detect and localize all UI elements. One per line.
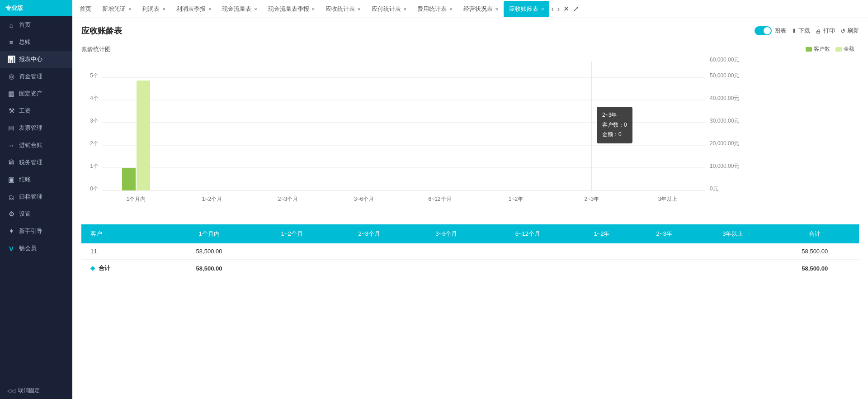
sidebar-pin-toggle[interactable]: ◁◁ 取消固定	[0, 382, 72, 399]
sidebar-item-assets[interactable]: ▦ 固定资产	[0, 85, 72, 102]
sidebar-item-salary[interactable]: ⚒ 工资	[0, 102, 72, 119]
main-area: 首页 新增凭证 × 利润表 × 利润表季报 × 现金流量表 × 现金流量表季报 …	[72, 0, 868, 399]
tab-bar: 首页 新增凭证 × 利润表 × 利润表季报 × 现金流量表 × 现金流量表季报 …	[72, 0, 868, 18]
tab-aging-close[interactable]: ×	[541, 6, 544, 12]
tab-voucher[interactable]: 新增凭证 ×	[97, 1, 137, 17]
cell-m5	[485, 243, 571, 260]
total-m5	[485, 260, 571, 277]
tab-profit[interactable]: 利润表 ×	[137, 1, 170, 17]
svg-text:60,000.00元: 60,000.00元	[710, 57, 739, 63]
sidebar-item-capital[interactable]: ◎ 资金管理	[0, 68, 72, 85]
tab-close-all-button[interactable]: ✕	[561, 5, 571, 13]
table-total-row: ◆ 合计 58,500.00 58,500.00	[81, 260, 859, 277]
refresh-button[interactable]: ↺ 刷新	[840, 27, 859, 35]
page-title: 应收账龄表	[81, 25, 122, 36]
cell-m8	[695, 243, 770, 260]
sidebar-item-ledger[interactable]: ≡ 总账	[0, 33, 72, 51]
sidebar-label-guide: 新手引导	[19, 227, 42, 235]
svg-text:10,000.00元: 10,000.00元	[710, 163, 739, 169]
sidebar-item-tax[interactable]: 🏛 税务管理	[0, 154, 72, 171]
tab-profit-quarterly-close[interactable]: ×	[208, 6, 211, 12]
tab-business-stat-close[interactable]: ×	[495, 6, 498, 12]
cell-total: 58,500.00	[771, 243, 859, 260]
sidebar-label-reports: 报表中心	[19, 55, 42, 63]
sidebar-item-closing[interactable]: ▣ 结账	[0, 171, 72, 188]
sidebar-label-vip: 畅会员	[19, 244, 37, 252]
download-icon: ⬇	[792, 28, 797, 34]
sidebar-item-inventory[interactable]: ↔ 进销台账	[0, 137, 72, 154]
col-m6: 1~2年	[571, 224, 633, 243]
svg-text:2个: 2个	[90, 140, 99, 147]
sidebar-item-guide[interactable]: ✦ 新手引导	[0, 223, 72, 240]
sidebar-item-vip[interactable]: V 畅会员	[0, 240, 72, 257]
vip-icon: V	[7, 245, 15, 252]
assets-icon: ▦	[7, 90, 15, 98]
svg-text:3~6个月: 3~6个月	[354, 196, 374, 202]
sidebar-item-home[interactable]: ⌂ 首页	[0, 16, 72, 33]
tab-aging[interactable]: 应收账龄表 ×	[504, 1, 549, 17]
col-m4: 3~6个月	[408, 224, 485, 243]
tab-profit-close[interactable]: ×	[162, 6, 165, 12]
svg-text:1~2个月: 1~2个月	[202, 196, 222, 202]
pin-icon: ◁◁	[7, 388, 15, 394]
svg-text:2~3年: 2~3年	[585, 196, 599, 202]
tab-cashflow-close[interactable]: ×	[254, 6, 257, 12]
tab-prev-button[interactable]: ‹	[549, 5, 555, 13]
sidebar-label-settings: 设置	[19, 210, 31, 218]
page-actions: 图表 ⬇ 下载 🖨 打印 ↺ 刷新	[755, 26, 859, 35]
svg-text:0元: 0元	[710, 185, 718, 192]
tab-business-stat[interactable]: 经营状况表 ×	[458, 1, 504, 17]
bar-customers-1	[122, 168, 136, 190]
sidebar-item-reports[interactable]: 📊 报表中心	[0, 51, 72, 68]
cell-m7	[633, 243, 695, 260]
table-row: 11 58,500.00 58,500.00	[81, 243, 859, 260]
tab-cashflow-quarterly[interactable]: 现金流量表季报 ×	[263, 1, 320, 17]
chart-legend: 客户数 金额	[806, 45, 854, 53]
tab-expense-stat-close[interactable]: ×	[449, 6, 452, 12]
sidebar-label-assets: 固定资产	[19, 90, 42, 98]
download-label: 下载	[798, 27, 810, 35]
tab-cashflow[interactable]: 现金流量表 ×	[217, 1, 262, 17]
sidebar-item-archive[interactable]: 🗂 归档管理	[0, 188, 72, 205]
total-m3	[330, 260, 408, 277]
tab-profit-label: 利润表	[142, 5, 160, 13]
svg-text:2~3个月: 2~3个月	[278, 196, 298, 202]
tab-home[interactable]: 首页	[74, 1, 97, 17]
tab-receivable-stat-close[interactable]: ×	[358, 6, 360, 12]
col-m7: 2~3年	[633, 224, 695, 243]
tab-next-button[interactable]: ›	[556, 5, 561, 13]
tab-payable-stat-close[interactable]: ×	[404, 6, 406, 12]
refresh-label: 刷新	[847, 27, 859, 35]
legend-customers-label: 客户数	[814, 45, 830, 53]
svg-text:5个: 5个	[90, 72, 99, 79]
total-m8	[695, 260, 770, 277]
sidebar-label-tax: 税务管理	[19, 158, 42, 166]
total-total: 58,500.00	[771, 260, 859, 277]
tab-payable-stat[interactable]: 应付统计表 ×	[366, 1, 412, 17]
sidebar-item-settings[interactable]: ⚙ 设置	[0, 205, 72, 223]
tab-voucher-close[interactable]: ×	[128, 6, 131, 12]
tab-receivable-stat[interactable]: 应收统计表 ×	[320, 1, 366, 17]
inventory-icon: ↔	[7, 142, 15, 149]
tab-cashflow-quarterly-close[interactable]: ×	[312, 6, 315, 12]
svg-text:1~2年: 1~2年	[509, 196, 523, 202]
print-button[interactable]: 🖨 打印	[816, 27, 835, 35]
legend-amount-label: 金额	[844, 45, 854, 53]
tab-expense-stat[interactable]: 费用统计表 ×	[412, 1, 458, 17]
ledger-icon: ≡	[7, 38, 15, 46]
tab-profit-quarterly[interactable]: 利润表季报 ×	[171, 1, 217, 17]
chart-toggle[interactable]	[755, 26, 772, 35]
tab-cashflow-quarterly-label: 现金流量表季报	[268, 5, 309, 13]
chart-title: 账龄统计图	[81, 45, 859, 53]
sidebar-item-invoice[interactable]: ▤ 发票管理	[0, 119, 72, 137]
cell-m2	[253, 243, 330, 260]
total-m2	[253, 260, 330, 277]
sidebar-label-ledger: 总账	[19, 38, 31, 46]
home-icon: ⌂	[7, 21, 15, 29]
svg-text:4个: 4个	[90, 95, 99, 101]
download-button[interactable]: ⬇ 下载	[792, 27, 810, 35]
col-m8: 3年以上	[695, 224, 770, 243]
svg-text:1个月内: 1个月内	[127, 196, 146, 202]
tab-expand-button[interactable]: ⤢	[571, 5, 580, 13]
cell-m6	[571, 243, 633, 260]
